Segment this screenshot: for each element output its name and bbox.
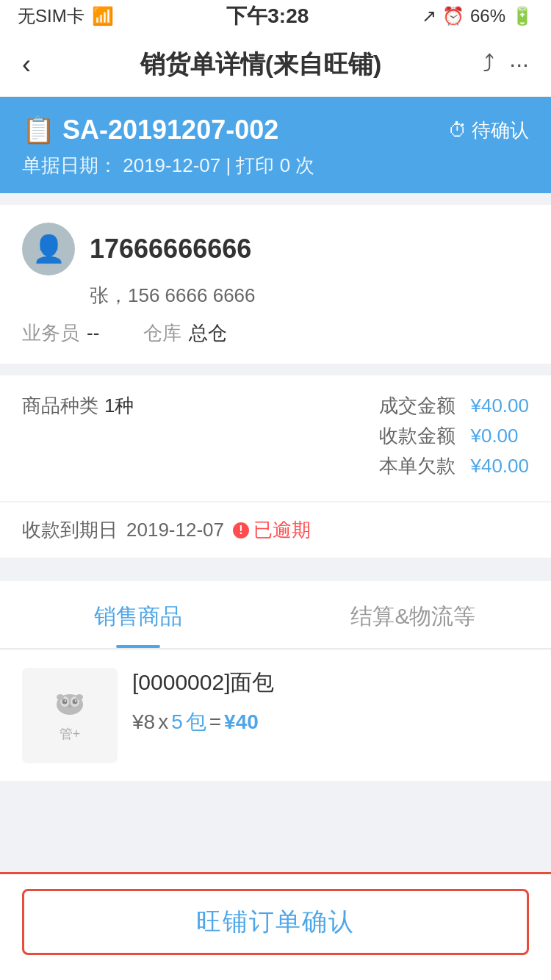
customer-section: 👤 17666666666 张，156 6666 6666 业务员 -- 仓库 …: [0, 205, 551, 364]
carrier-label: 无SIM卡: [18, 4, 84, 28]
svg-point-5: [65, 700, 66, 702]
location-icon: ↗: [422, 6, 436, 26]
product-section: 管+ [0000002]面包 ¥8 x 5 包 = ¥40: [0, 650, 551, 781]
date-label: 单据日期：: [22, 154, 118, 176]
order-id-icon: 📋: [22, 115, 55, 145]
customer-phone: 17666666666: [90, 234, 251, 264]
unit-price: ¥8: [132, 710, 155, 734]
order-id: 📋 SA-20191207-002: [22, 115, 278, 145]
battery-label: 66%: [470, 6, 505, 26]
product-thumbnail: 管+: [22, 668, 118, 763]
transaction-amount-row: 成交金额 ¥40.00: [379, 393, 529, 419]
date-value: 2019-12-07: [123, 154, 220, 176]
due-date-value: 2019-12-07: [126, 519, 224, 541]
divider-2: [0, 558, 551, 569]
tab-settlement[interactable]: 结算&物流等: [276, 581, 551, 648]
overdue-badge: ! 已逾期: [233, 517, 311, 543]
product-name: [0000002]面包: [132, 668, 529, 698]
footer: 旺铺订单确认: [0, 872, 551, 980]
battery-icon: 🔋: [511, 6, 533, 26]
amount-summary: 成交金额 ¥40.00 收款金额 ¥0.00 本单欠款 ¥40.00: [379, 393, 529, 483]
print-info: | 打印 0 次: [226, 154, 314, 176]
time-display: 下午3:28: [226, 2, 309, 30]
overdue-warning-icon: !: [233, 522, 249, 538]
nav-bar: ‹ 销货单详情(来自旺铺) ⤴ ···: [0, 32, 551, 97]
wifi-icon: 📶: [92, 6, 114, 26]
tab-sales[interactable]: 销售商品: [0, 581, 276, 648]
sales-rep-label: 业务员: [22, 320, 79, 346]
product-brand-text: 管+: [60, 725, 81, 743]
overdue-text: 已逾期: [253, 517, 311, 543]
nav-actions: ⤴ ···: [455, 51, 529, 78]
transaction-label: 成交金额: [379, 393, 455, 419]
warehouse-value: 总仓: [189, 320, 227, 346]
warehouse-item: 仓库 总仓: [143, 320, 227, 346]
warehouse-label: 仓库: [143, 320, 181, 346]
qty-unit: 包: [186, 708, 206, 736]
avatar: 👤: [22, 223, 75, 275]
kind-value: 1种: [104, 393, 134, 419]
time-text: 下午3:28: [226, 4, 309, 27]
status-bar: 无SIM卡 📶 下午3:28 ↗ ⏰ 66% 🔋: [0, 0, 551, 32]
customer-name: 张，156 6666 6666: [90, 283, 529, 309]
status-text: 待确认: [472, 118, 529, 143]
svg-point-8: [57, 694, 64, 700]
summary-section: 商品种类 1种 成交金额 ¥40.00 收款金额 ¥0.00 本单欠款 ¥40.…: [0, 375, 551, 501]
total-price: ¥40: [224, 710, 259, 734]
confirm-button[interactable]: 旺铺订单确认: [22, 889, 529, 955]
avatar-icon: 👤: [32, 234, 65, 264]
order-id-text: SA-20191207-002: [62, 115, 278, 145]
product-item: 管+ [0000002]面包 ¥8 x 5 包 = ¥40: [0, 650, 551, 781]
payment-value: ¥0.00: [470, 425, 518, 447]
status-right: ↗ ⏰ 66% 🔋: [422, 6, 533, 26]
share-icon[interactable]: ⤴: [483, 51, 494, 78]
header-card: 📋 SA-20191207-002 ⏱ 待确认 单据日期： 2019-12-07…: [0, 97, 551, 193]
tab-sales-label: 销售商品: [94, 604, 182, 628]
debt-value: ¥40.00: [470, 455, 529, 478]
tabs-row: 销售商品 结算&物流等: [0, 581, 551, 648]
back-button[interactable]: ‹: [22, 49, 66, 80]
sales-rep-value: --: [87, 322, 99, 345]
payment-label: 收款金额: [379, 423, 455, 449]
debt-amount-row: 本单欠款 ¥40.00: [379, 453, 529, 479]
svg-point-4: [73, 699, 78, 705]
divider-1: [0, 364, 551, 375]
order-date: 单据日期： 2019-12-07 | 打印 0 次: [22, 153, 529, 179]
tab-settlement-label: 结算&物流等: [350, 604, 475, 628]
svg-point-9: [76, 694, 83, 700]
product-info: [0000002]面包 ¥8 x 5 包 = ¥40: [132, 668, 529, 736]
quantity: 5: [171, 710, 183, 734]
product-price-row: ¥8 x 5 包 = ¥40: [132, 708, 529, 736]
status-badge: ⏱ 待确认: [448, 118, 529, 143]
more-icon[interactable]: ···: [509, 51, 529, 78]
payment-amount-row: 收款金额 ¥0.00: [379, 423, 529, 449]
product-brand-icon: [51, 688, 88, 722]
multiply-sign: x: [158, 710, 168, 734]
product-kind: 商品种类 1种: [22, 393, 134, 419]
page-title: 销货单详情(来自旺铺): [66, 48, 455, 82]
due-date-label: 收款到期日: [22, 517, 118, 543]
kind-label: 商品种类: [22, 393, 98, 419]
transaction-value: ¥40.00: [470, 394, 529, 417]
sales-rep-item: 业务员 --: [22, 320, 99, 346]
confirm-label: 旺铺订单确认: [196, 905, 355, 939]
back-icon: ‹: [22, 49, 31, 79]
alarm-icon: ⏰: [442, 6, 464, 26]
status-left: 无SIM卡 📶: [18, 4, 114, 28]
equals-sign: =: [209, 710, 221, 734]
svg-point-6: [75, 700, 76, 702]
svg-point-3: [62, 699, 68, 705]
due-date-section: 收款到期日 2019-12-07 ! 已逾期: [0, 502, 551, 558]
customer-meta: 业务员 -- 仓库 总仓: [22, 320, 529, 346]
debt-label: 本单欠款: [379, 453, 455, 479]
tabs-section: 销售商品 结算&物流等: [0, 581, 551, 649]
status-clock-icon: ⏱: [448, 119, 467, 142]
